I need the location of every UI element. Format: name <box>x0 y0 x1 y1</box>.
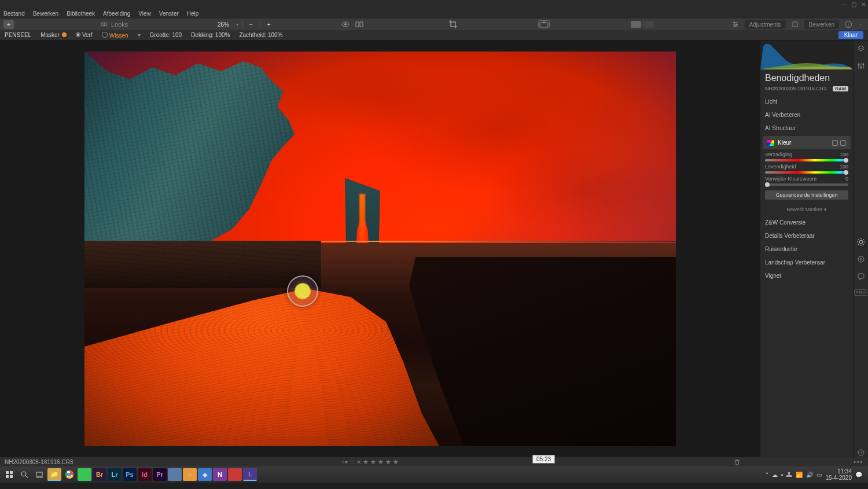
tray-language-icon[interactable]: ▭ <box>816 472 822 478</box>
taskbar-lightroom-icon[interactable]: Lr <box>108 468 122 481</box>
color-label-icon[interactable]: ○▾ <box>341 459 348 465</box>
rail-sun-icon[interactable] <box>856 237 866 247</box>
window-minimize-button[interactable]: — <box>841 1 847 8</box>
canvas-viewport[interactable] <box>0 41 760 457</box>
brush-opacity-field[interactable]: Dekking: 100% <box>191 32 230 38</box>
tab-adjustments[interactable]: Adjustments <box>745 20 786 29</box>
star-3[interactable]: ★ <box>378 458 384 466</box>
rail-layers-icon[interactable] <box>856 44 866 53</box>
mode-erase-radio[interactable]: Wissen <box>102 32 128 39</box>
zoom-dropdown-icon[interactable]: ▾ <box>236 22 238 27</box>
slider-saturation[interactable]: Verzadiging100 <box>760 150 853 163</box>
taskbar-onenote-icon[interactable]: N <box>213 468 227 481</box>
status-more-icon[interactable]: ••• <box>854 459 863 465</box>
menu-view[interactable]: View <box>138 10 151 17</box>
tray-notifications-icon[interactable]: 💬 <box>855 472 862 478</box>
start-button[interactable] <box>2 468 16 481</box>
taskbar-bridge-icon[interactable]: Br <box>93 468 106 481</box>
section-visibility-icon[interactable] <box>840 140 846 146</box>
rail-history-icon[interactable] <box>856 448 866 457</box>
window-maximize-button[interactable]: ▢ <box>851 1 856 8</box>
rail-chat-icon[interactable] <box>856 272 866 281</box>
tray-volume-icon[interactable]: 🔊 <box>806 472 813 478</box>
taskbar-indesign-icon[interactable]: Id <box>138 468 152 481</box>
brush-softness-field[interactable]: Zachtheid: 100% <box>239 32 282 38</box>
rail-target-icon[interactable] <box>856 255 866 264</box>
mask-label[interactable]: Masker <box>41 32 67 38</box>
tray-app-icon[interactable]: ▪ <box>781 472 784 478</box>
trash-icon[interactable] <box>734 458 741 465</box>
tray-wifi-icon[interactable]: 📶 <box>796 472 803 478</box>
histogram[interactable] <box>760 41 853 69</box>
window-close-button[interactable]: ✕ <box>861 1 866 8</box>
crop-icon[interactable] <box>449 20 457 28</box>
taskbar-app-green-icon[interactable] <box>78 468 91 481</box>
slider-remove-cast[interactable]: Verwijder Kleurzweem0 <box>760 175 853 187</box>
taskbar-app-icon[interactable] <box>168 468 182 481</box>
export-icon[interactable] <box>538 20 550 28</box>
menu-file[interactable]: Bestand <box>3 10 25 17</box>
advanced-settings-button[interactable]: Geavanceerde Instellingen <box>765 190 848 200</box>
mode-paint-radio[interactable]: Verf <box>76 32 93 38</box>
taskbar-app-orange-icon[interactable]: ○ <box>183 468 197 481</box>
taskbar-luminar-icon[interactable]: L <box>243 468 257 481</box>
section-ai-enhance[interactable]: AI Verbeteren <box>760 108 853 122</box>
star-5[interactable]: ★ <box>393 458 399 466</box>
edit-mask-button[interactable]: Bewerk Masker ▾ <box>765 205 848 214</box>
tray-chevron-icon[interactable]: ˄ <box>766 472 768 478</box>
tab-bewerken[interactable]: Bewerken <box>804 20 839 29</box>
taskbar-app-red-icon[interactable] <box>228 468 242 481</box>
taskbar-search-icon[interactable] <box>17 468 31 481</box>
done-button[interactable]: Klaar <box>838 31 863 39</box>
taskbar-explorer-icon[interactable]: 📁 <box>47 468 61 481</box>
zoom-percentage[interactable]: 26% <box>214 21 233 28</box>
photo-canvas[interactable] <box>84 52 676 446</box>
panel-filename: NH20200308-181916.CR3 <box>765 86 827 91</box>
flag-reject-icon[interactable]: ✕ <box>356 459 361 465</box>
taskbar-photoshop-icon[interactable]: Ps <box>123 468 137 481</box>
section-color[interactable]: Kleur <box>763 136 851 149</box>
menu-edit[interactable]: Bewerken <box>33 10 58 17</box>
menu-library[interactable]: Bibliotheek <box>67 10 95 17</box>
view-mode-grid[interactable] <box>631 21 641 28</box>
section-ai-structure[interactable]: AI Structuur <box>760 122 853 135</box>
taskbar-premiere-icon[interactable]: Pr <box>153 468 167 481</box>
taskbar-clock[interactable]: 11:34 15-4-2020 <box>825 468 852 481</box>
section-reset-icon[interactable] <box>832 140 838 146</box>
star-1[interactable]: ★ <box>363 458 369 466</box>
toolbar-menu-icon[interactable]: ⋮ <box>858 21 863 28</box>
zoom-in-button[interactable]: + <box>264 21 274 28</box>
section-details[interactable]: Details Verbeteraar <box>760 229 853 242</box>
rail-pro-badge[interactable]: PRO <box>854 289 867 296</box>
menu-image[interactable]: Afbeelding <box>103 10 130 17</box>
star-2[interactable]: ★ <box>370 458 376 466</box>
looks-label[interactable]: Looks <box>111 21 128 28</box>
zoom-out-button[interactable]: − <box>246 21 256 28</box>
rail-adjustments-icon[interactable] <box>856 61 866 71</box>
flag-icon[interactable]: ♡ <box>350 459 355 465</box>
brush-size-field[interactable]: Grootte: 100 <box>150 32 182 38</box>
taskbar-taskview-icon[interactable] <box>32 468 46 481</box>
tray-network-icon[interactable]: 🖧 <box>786 472 792 478</box>
rating-controls[interactable]: ○▾ ♡ ✕ ★ ★ ★ ★ ★ <box>341 458 399 466</box>
section-bw[interactable]: Z&W Conversie <box>760 216 853 229</box>
taskbar-app-blue-icon[interactable]: ◆ <box>198 468 212 481</box>
menu-window[interactable]: Venster <box>159 10 179 17</box>
looks-icon[interactable] <box>101 21 108 28</box>
eye-preview-icon[interactable] <box>341 21 350 28</box>
section-landscape[interactable]: Landschap Verbeteraar <box>760 256 853 269</box>
compare-icon[interactable] <box>355 21 363 28</box>
info-icon[interactable]: i <box>845 21 852 28</box>
taskbar-chrome-icon[interactable] <box>62 468 76 481</box>
view-mode-single[interactable] <box>643 21 654 28</box>
section-vignette[interactable]: Vignet <box>760 269 853 282</box>
section-light[interactable]: Licht <box>760 95 853 108</box>
svg-line-20 <box>863 244 864 245</box>
tray-onedrive-icon[interactable]: ☁ <box>772 472 778 478</box>
slider-vibrance[interactable]: Levendigheid100 <box>760 163 853 175</box>
star-4[interactable]: ★ <box>385 458 391 466</box>
add-button[interactable]: + <box>3 20 14 29</box>
section-noise[interactable]: Ruisreductie <box>760 242 853 256</box>
menu-help[interactable]: Help <box>187 10 199 17</box>
mask-color-swatch[interactable] <box>62 32 67 37</box>
